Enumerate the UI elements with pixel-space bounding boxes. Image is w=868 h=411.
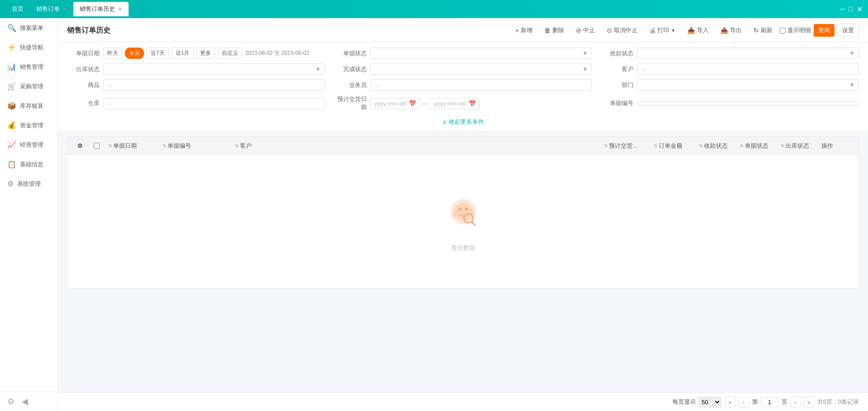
new-button[interactable]: + 新增 bbox=[511, 24, 537, 37]
delete-icon: 🗑 bbox=[544, 27, 551, 34]
sidebar-item-search[interactable]: 🔍 搜索菜单 bbox=[0, 18, 58, 38]
outbound-status-select[interactable]: ▼ bbox=[103, 63, 325, 75]
export-button[interactable]: 📤 导出 bbox=[716, 24, 746, 37]
stop-button[interactable]: ⊘ 中止 bbox=[571, 24, 599, 37]
7days-btn[interactable]: 近7天 bbox=[147, 48, 169, 59]
sidebar-item-operations[interactable]: 📈 经营管理 bbox=[0, 135, 58, 155]
next-page-btn[interactable]: › bbox=[790, 396, 801, 407]
customer-input[interactable]: ··· bbox=[637, 63, 859, 75]
filter-section-customer: 客户 ··· bbox=[601, 63, 859, 75]
display-toggle: 显示明细 bbox=[780, 26, 811, 34]
sidebar-item-quick-nav[interactable]: ⚡ 快捷导航 bbox=[0, 38, 58, 57]
more-btn[interactable]: 更多 bbox=[196, 48, 215, 59]
refresh-button[interactable]: ↻ 刷新 bbox=[749, 24, 777, 37]
voucher-status-label: 单据状态 bbox=[334, 49, 370, 58]
first-page-btn[interactable]: « bbox=[725, 396, 736, 407]
filter-section-department: 部门 ▼ bbox=[601, 79, 859, 91]
select-all-checkbox[interactable] bbox=[94, 143, 100, 149]
warehouse-input[interactable]: ··· bbox=[103, 98, 325, 109]
delivery-end-input[interactable]: yyyy-mm-dd 📅 bbox=[430, 98, 480, 109]
salesperson-dots: ··· bbox=[374, 82, 379, 88]
payment-status-select[interactable]: ▼ bbox=[637, 48, 859, 59]
delivery-start-input[interactable]: yyyy-mm-dd 📅 bbox=[370, 98, 421, 109]
new-label: 新增 bbox=[521, 26, 532, 34]
import-button[interactable]: 📥 导入 bbox=[683, 24, 713, 37]
sidebar-item-finance[interactable]: 💰 资金管理 bbox=[0, 116, 58, 135]
sales-history-close-icon[interactable]: ✕ bbox=[118, 6, 122, 12]
page-title: 销售订单历史 bbox=[67, 26, 110, 35]
cancel-stop-button[interactable]: ⊙ 取消中止 bbox=[602, 24, 642, 37]
maximize-icon[interactable]: □ bbox=[849, 5, 853, 13]
operations-icon: 📈 bbox=[7, 140, 16, 149]
filter-row-2: 出库状态 ▼ 完成状态 ▼ 客户 bbox=[67, 63, 859, 75]
window-close-icon[interactable]: ✕ bbox=[857, 5, 863, 14]
svg-point-3 bbox=[465, 208, 468, 211]
settings-gear-icon[interactable]: ⚙ bbox=[77, 142, 83, 149]
salesperson-input[interactable]: ··· bbox=[370, 79, 592, 91]
minimize-icon[interactable]: ─ bbox=[840, 5, 845, 13]
last-page-btn[interactable]: » bbox=[804, 396, 815, 407]
th-delivery[interactable]: ⇅ 预计交货... bbox=[600, 142, 650, 150]
display-toggle-checkbox[interactable] bbox=[780, 28, 786, 34]
print-arrow-icon: ▼ bbox=[671, 28, 676, 33]
delete-button[interactable]: 🗑 删除 bbox=[540, 24, 569, 37]
1month-btn[interactable]: 近1月 bbox=[172, 48, 194, 59]
th-pay-status[interactable]: ⇅ 收款状态 bbox=[695, 142, 736, 150]
sales-order-close-icon[interactable]: ✕ bbox=[62, 6, 67, 12]
yesterday-btn[interactable]: 昨天 bbox=[103, 48, 122, 59]
th-order-status[interactable]: ⇅ 单据状态 bbox=[736, 142, 777, 150]
sidebar-settings-icon[interactable]: ⚙ bbox=[7, 396, 14, 406]
delivery-label: 预计交货日期 bbox=[334, 95, 370, 111]
cancel-stop-icon: ⊙ bbox=[607, 27, 612, 34]
delivery-start-placeholder: yyyy-mm-dd bbox=[374, 100, 407, 107]
th-out-status[interactable]: ⇅ 出库状态 bbox=[777, 142, 818, 150]
prev-page-btn[interactable]: ‹ bbox=[739, 396, 749, 407]
tab-sales-history[interactable]: 销售订单历史 ✕ bbox=[73, 2, 129, 16]
filter-collapse-row: ∧ 收起更多条件 bbox=[67, 116, 859, 126]
filter-section-goods: 商品 ··· bbox=[67, 79, 325, 91]
th-number-label: 单据编号 bbox=[168, 142, 191, 150]
query-button[interactable]: 查询 bbox=[814, 24, 834, 37]
page-label-pre: 第 bbox=[752, 398, 758, 406]
payment-status-arrow: ▼ bbox=[849, 50, 855, 57]
filter-row-4: 仓库 ··· 预计交货日期 yyyy-mm-dd 📅 — yyyy-mm-dd bbox=[67, 95, 859, 111]
print-button[interactable]: 🖨 打印 ▼ bbox=[645, 24, 680, 37]
system-icon: ⚙ bbox=[7, 179, 14, 188]
sidebar-item-system[interactable]: ⚙ 系统管理 bbox=[0, 174, 58, 193]
th-amount-label: 订单金额 bbox=[659, 142, 682, 150]
completion-status-select[interactable]: ▼ bbox=[370, 63, 592, 75]
salesperson-label: 业务员 bbox=[334, 81, 370, 89]
th-customer[interactable]: ⇅ 客户 bbox=[231, 142, 600, 150]
collapse-button[interactable]: ∧ 收起更多条件 bbox=[442, 118, 484, 126]
sidebar-item-purchase[interactable]: 🛒 采购管理 bbox=[0, 77, 58, 96]
tab-sales-order[interactable]: 销售订单 ✕ bbox=[30, 2, 73, 16]
print-label: 打印 bbox=[657, 26, 669, 34]
th-amount[interactable]: ⇅ 订单金额 bbox=[650, 142, 695, 150]
today-btn[interactable]: 今天 bbox=[125, 48, 144, 59]
sort-icon-customer: ⇅ bbox=[235, 143, 239, 148]
th-date[interactable]: ⇅ 单据日期 bbox=[105, 142, 159, 150]
voucher-status-select[interactable]: ▼ bbox=[370, 48, 592, 59]
sidebar-item-inventory[interactable]: 📦 库存核算 bbox=[0, 96, 58, 116]
sidebar-item-sales[interactable]: 📊 销售管理 bbox=[0, 57, 58, 77]
sort-icon-out-status: ⇅ bbox=[781, 143, 784, 148]
th-checkbox[interactable] bbox=[88, 143, 105, 149]
settings-button[interactable]: 设置 bbox=[837, 24, 859, 37]
page-number-input[interactable] bbox=[761, 397, 779, 407]
page-size-select[interactable]: 50 100 200 bbox=[698, 397, 721, 407]
th-settings[interactable]: ⚙ bbox=[72, 142, 88, 149]
query-label: 查询 bbox=[818, 26, 830, 34]
voucher-number-input[interactable] bbox=[637, 101, 859, 106]
filter-section-voucher-status: 单据状态 ▼ bbox=[334, 48, 592, 59]
filter-section-delivery: 预计交货日期 yyyy-mm-dd 📅 — yyyy-mm-dd 📅 bbox=[334, 95, 592, 111]
custom-btn[interactable]: 自定义 bbox=[218, 48, 242, 59]
department-select[interactable]: ▼ bbox=[637, 79, 859, 91]
tab-home[interactable]: 首页 bbox=[5, 2, 30, 16]
stop-icon: ⊘ bbox=[576, 27, 581, 34]
sidebar-item-basic-info[interactable]: 📋 基础信息 bbox=[0, 155, 58, 174]
goods-input[interactable]: ··· bbox=[103, 79, 325, 91]
th-number[interactable]: ⇅ 单据编号 bbox=[159, 142, 231, 150]
sidebar-collapse-icon[interactable]: ◀ bbox=[22, 396, 28, 406]
customer-label: 客户 bbox=[601, 65, 637, 73]
empty-state: 暂无数据 bbox=[67, 155, 858, 288]
